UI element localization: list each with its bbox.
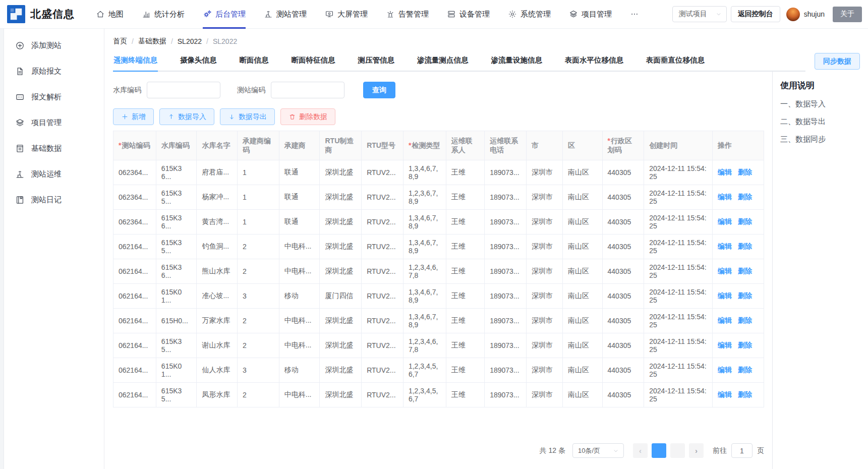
- edit-link[interactable]: 编辑: [718, 341, 732, 349]
- table-cell: 1: [238, 160, 279, 185]
- usage-help-panel: 使用说明 一、数据导入 二、数据导出: [772, 72, 868, 469]
- table-cell: 1,3,4,6,7,8,9: [403, 160, 446, 185]
- nav-item[interactable]: 告警管理: [386, 0, 429, 29]
- sidebar-item[interactable]: 报文解析: [4, 84, 104, 110]
- table-cell: 深圳北盛: [320, 234, 362, 259]
- table-cell: RTUV2...: [362, 259, 403, 284]
- table-cell: 深圳市: [526, 234, 562, 259]
- edit-link[interactable]: 编辑: [718, 168, 732, 176]
- table-cell: RTUV2...: [362, 383, 403, 407]
- delete-link[interactable]: 删除: [738, 242, 752, 250]
- nav-item[interactable]: 后台管理: [203, 0, 246, 29]
- table-cell: 联通: [279, 185, 320, 210]
- nav-item[interactable]: 测站管理: [264, 0, 307, 29]
- nav-item[interactable]: 系统管理: [508, 0, 551, 29]
- edit-link[interactable]: 编辑: [718, 217, 732, 225]
- edit-link[interactable]: 编辑: [718, 390, 732, 398]
- delete-link[interactable]: 删除: [738, 366, 752, 374]
- main-nav: 地图 统计分析 后台管理 测站管理 大屏管理 告警管理 设备管理: [96, 0, 661, 29]
- edit-link[interactable]: 编辑: [718, 291, 732, 300]
- station-code-input[interactable]: [271, 82, 344, 98]
- nav-item[interactable]: 设备管理: [447, 0, 490, 29]
- delete-link[interactable]: 删除: [738, 341, 752, 349]
- table-cell: 深圳市: [526, 383, 562, 407]
- tab[interactable]: 断面特征信息: [291, 55, 336, 71]
- reservoir-code-input[interactable]: [147, 82, 220, 98]
- table-cell: 2: [238, 309, 279, 333]
- goto-page-input[interactable]: [731, 443, 753, 458]
- about-button[interactable]: 关于: [833, 7, 862, 22]
- table-cell: 王维: [446, 234, 484, 259]
- tab[interactable]: 遥测终端信息: [113, 55, 158, 71]
- delete-link[interactable]: 删除: [738, 291, 752, 300]
- table-cell: 189073...: [485, 185, 527, 210]
- project-select[interactable]: 测试项目: [672, 6, 727, 22]
- download-icon: [228, 113, 236, 121]
- back-to-console-button[interactable]: 返回控制台: [731, 6, 780, 22]
- table-cell: 2024-12-11 15:54:25: [644, 259, 713, 284]
- page-size-select[interactable]: 10条/页: [572, 443, 624, 458]
- tab[interactable]: 渗流量设施信息: [491, 55, 543, 71]
- edit-link[interactable]: 编辑: [718, 316, 732, 324]
- delete-link[interactable]: 删除: [738, 390, 752, 398]
- nav-item[interactable]: 地图: [96, 0, 124, 29]
- table-cell: 189073...: [485, 333, 527, 358]
- breadcrumb-item[interactable]: 首页: [113, 37, 127, 46]
- tab[interactable]: 表面水平位移信息: [564, 55, 624, 71]
- table-cell: 南山区: [563, 259, 603, 284]
- table-cell: 1: [238, 210, 279, 234]
- table-cell: 1,3,4,6,7,8,9: [403, 234, 446, 259]
- breadcrumb-item[interactable]: 基础数据: [138, 37, 166, 46]
- edit-link[interactable]: 编辑: [718, 193, 732, 201]
- row-actions: 编辑删除: [713, 234, 764, 259]
- delete-data-button[interactable]: 删除数据: [280, 108, 335, 125]
- table-cell: 1,3,4,6,7,8,9: [403, 309, 446, 333]
- sidebar-item[interactable]: 基础数据: [4, 136, 104, 161]
- required-asterisk: *: [409, 141, 411, 149]
- nav-item[interactable]: [630, 0, 643, 29]
- table-cell: 189073...: [485, 284, 527, 309]
- edit-link[interactable]: 编辑: [718, 366, 732, 374]
- table-cell: 2: [238, 383, 279, 407]
- delete-link[interactable]: 删除: [738, 217, 752, 225]
- layers-icon: [15, 118, 25, 128]
- nav-item[interactable]: 统计分析: [142, 0, 185, 29]
- delete-link[interactable]: 删除: [738, 316, 752, 324]
- sidebar-item[interactable]: 项目管理: [4, 110, 104, 136]
- sidebar-item[interactable]: 添加测站: [4, 33, 104, 58]
- tab[interactable]: 摄像头信息: [180, 55, 217, 71]
- search-button[interactable]: 查询: [363, 82, 395, 98]
- table-cell: 615K36...: [156, 259, 197, 284]
- prev-page-button[interactable]: ‹: [633, 443, 648, 458]
- nav-item[interactable]: 大屏管理: [325, 0, 368, 29]
- next-page-button[interactable]: ›: [689, 443, 704, 458]
- page-number-button[interactable]: [670, 443, 685, 458]
- sidebar-item[interactable]: 测站运维: [4, 161, 104, 187]
- page-number-button[interactable]: [652, 443, 666, 458]
- tab[interactable]: 表面垂直位移信息: [646, 55, 705, 71]
- sidebar-item[interactable]: 测站日记: [4, 187, 104, 213]
- add-button[interactable]: 新增: [113, 108, 154, 125]
- nav-item[interactable]: 项目管理: [569, 0, 612, 29]
- data-import-button[interactable]: 数据导入: [159, 108, 214, 125]
- chevron-down-icon: [715, 11, 722, 18]
- table-cell: 062164...: [113, 309, 156, 333]
- tab[interactable]: 渗流量测点信息: [417, 55, 469, 71]
- station-icon: [15, 169, 25, 179]
- delete-link[interactable]: 删除: [738, 168, 752, 176]
- sidebar-item[interactable]: 原始报文: [4, 58, 104, 84]
- table-cell: 2024-12-11 15:54:25: [644, 333, 713, 358]
- tab[interactable]: 测压管信息: [358, 55, 395, 71]
- delete-link[interactable]: 删除: [738, 267, 752, 275]
- delete-link[interactable]: 删除: [738, 193, 752, 201]
- username: shujun: [804, 10, 825, 18]
- edit-link[interactable]: 编辑: [718, 267, 732, 275]
- table-cell: 062164...: [113, 333, 156, 358]
- sync-data-button[interactable]: 同步数据: [815, 53, 860, 70]
- avatar[interactable]: [786, 8, 800, 21]
- data-export-button[interactable]: 数据导出: [220, 108, 275, 125]
- edit-link[interactable]: 编辑: [718, 242, 732, 250]
- breadcrumb-item[interactable]: SL2022: [178, 37, 202, 45]
- table-cell: 189073...: [485, 234, 527, 259]
- tab[interactable]: 断面信息: [239, 55, 269, 71]
